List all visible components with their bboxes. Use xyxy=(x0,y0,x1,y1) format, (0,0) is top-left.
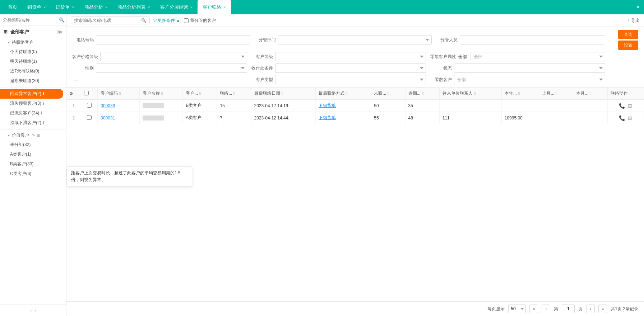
tab-product-analysis-close[interactable]: × xyxy=(105,5,107,9)
row-2-last-month xyxy=(539,112,573,124)
export-button[interactable]: ↑ 导出 xyxy=(627,18,640,24)
row-2-this-month xyxy=(573,112,607,124)
col-last-month-sort[interactable]: 上月... ⇅ xyxy=(542,90,570,96)
sidebar-item-class-c[interactable]: C类客户(6) xyxy=(0,169,66,179)
row-1-phone-icon[interactable]: 📞 xyxy=(619,103,625,109)
tab-customer-contact-close[interactable]: × xyxy=(223,5,226,9)
col-customer-code-sort[interactable]: 客户编码 ⇅ xyxy=(101,90,136,96)
col-level-sort[interactable]: 客户... ⇅ xyxy=(186,90,214,96)
row-2-method-link[interactable]: 下销货单 xyxy=(319,115,336,120)
unit-sort-icon: ⇅ xyxy=(473,91,476,95)
value-customers-arrow: ▼ xyxy=(7,134,10,137)
sidebar-item-class-b[interactable]: B类客户(33) xyxy=(0,159,66,169)
sidebar-search-input[interactable] xyxy=(3,18,57,23)
tab-customer-segment[interactable]: 客户分层经营 × xyxy=(155,0,198,14)
sidebar-item-class-a[interactable]: A类客户(1) xyxy=(0,150,66,159)
row-1-code-link[interactable]: 000039 xyxy=(101,103,115,108)
page-word-before: 第 xyxy=(554,306,558,312)
col-unit-sort[interactable]: 往来单位联系人 ⇅ xyxy=(443,90,499,96)
settings-col-icon[interactable]: ⚙ xyxy=(69,91,73,96)
window-close-button[interactable]: × xyxy=(636,4,640,10)
col-contacts-sort[interactable]: 联络... ⇅ xyxy=(220,90,248,96)
this-month-sort-icon: ⇅ xyxy=(589,91,592,95)
sidebar-group-value-customers[interactable]: ▼ 价值客户 ✎ ⊞ xyxy=(0,131,66,140)
col-uncontacted-sort[interactable]: 未联... ⇅ xyxy=(374,90,402,96)
row-1-this-month xyxy=(573,100,607,112)
query-button[interactable]: 查询 xyxy=(618,30,638,39)
sidebar-next-icon[interactable]: › xyxy=(34,308,36,313)
add-icon[interactable]: ⊞ xyxy=(37,133,40,138)
select-all-checkbox[interactable] xyxy=(84,91,89,95)
manager-more-btn[interactable]: ... xyxy=(607,37,614,42)
tab-purchase[interactable]: 进货单 × xyxy=(51,0,79,14)
filter-select-price-level[interactable] xyxy=(100,52,247,61)
row-1-checkbox[interactable] xyxy=(87,103,92,108)
filter-select-retail-customer[interactable]: 全部 xyxy=(454,75,605,84)
sidebar-all-customers[interactable]: ⊞ 全部客户 ≫ xyxy=(0,26,66,38)
first-page-btn[interactable]: « xyxy=(529,305,538,313)
sidebar-item-unclassified[interactable]: 未分组(32) xyxy=(0,140,66,150)
col-method-sort[interactable]: 最后联络方式 ⇅ xyxy=(319,90,368,96)
tab-sales-label: 销货单 xyxy=(27,4,41,10)
search-icon[interactable]: 🔍 xyxy=(141,18,147,23)
sidebar-item-lost-customers[interactable]: 已流失客户(24) ℹ xyxy=(0,108,66,118)
more-fields-btn[interactable]: ... xyxy=(72,77,79,82)
row-2-checkbox[interactable] xyxy=(87,115,92,120)
row-2-grid-icon[interactable]: ⊞ xyxy=(628,115,632,121)
customer-table: ⚙ 客户编码 ⇅ 客户名称 xyxy=(66,88,644,124)
tab-customer-segment-close[interactable]: × xyxy=(190,5,193,9)
tab-customer-contact[interactable]: 客户联络 × xyxy=(198,0,231,14)
next-page-btn[interactable]: › xyxy=(586,305,595,313)
filter-input-manager[interactable] xyxy=(460,35,605,44)
filter-select-retail-attr[interactable]: 全部 xyxy=(471,52,605,61)
tab-purchase-close[interactable]: × xyxy=(72,5,74,9)
filter-select-payment[interactable] xyxy=(275,63,426,73)
sidebar-item-declining[interactable]: 持续下滑客户(2) ℹ xyxy=(0,118,66,128)
tab-product-list[interactable]: 商品分析列表 × xyxy=(112,0,155,14)
sidebar-item-churn-warning[interactable]: 流失预警客户(3) ℹ xyxy=(0,99,66,108)
col-date-sort[interactable]: 最后联络日期 ⇅ xyxy=(254,90,312,96)
filter-select-customer-type[interactable] xyxy=(275,75,426,84)
more-filter-btn[interactable]: ▽ 更多条件 ▲ xyxy=(153,18,180,24)
sidebar-item-7days[interactable]: 近7天待联络(0) xyxy=(0,66,66,76)
col-overdue-sort[interactable]: 逾期... ⇅ xyxy=(408,90,436,96)
sidebar-item-overdue[interactable]: 逾期未联络(30) xyxy=(0,76,66,86)
tab-product-analysis[interactable]: 商品分析 × xyxy=(79,0,112,14)
tab-home[interactable]: 首页 xyxy=(3,0,22,14)
tab-sales[interactable]: 销货单 × xyxy=(22,0,51,14)
sidebar-item-tomorrow[interactable]: 明天待联络(1) xyxy=(0,57,66,66)
sidebar-item-today[interactable]: 今天待联络(0) xyxy=(0,47,66,57)
page-size-select[interactable]: 50 20 100 xyxy=(508,305,526,313)
filter-select-status[interactable] xyxy=(454,63,605,73)
col-this-year-sort[interactable]: 本年... ⇅ xyxy=(505,90,536,96)
row-2-code-link[interactable]: 000031 xyxy=(101,115,115,121)
settings-button[interactable]: 设置 xyxy=(618,41,638,50)
row-2-date: 2023-04-12 14:44: xyxy=(251,112,315,124)
prev-page-btn[interactable]: ‹ xyxy=(542,305,550,313)
edit-icon[interactable]: ✎ xyxy=(32,133,35,138)
sidebar-prev-icon[interactable]: ‹ xyxy=(30,308,32,313)
col-this-month-sort[interactable]: 本月... ⇅ xyxy=(576,90,604,96)
row-2-checkbox-cell xyxy=(81,112,98,124)
sidebar-collapse-btn[interactable]: ≫ xyxy=(57,29,62,35)
filter-select-customer-level[interactable] xyxy=(275,52,426,61)
search-input[interactable] xyxy=(74,18,141,23)
last-page-btn[interactable]: » xyxy=(598,305,607,313)
sidebar-search-icon[interactable]: 🔍 xyxy=(59,17,65,23)
filter-select-gender[interactable] xyxy=(96,63,247,73)
tab-sales-close[interactable]: × xyxy=(43,5,46,9)
row-1-grid-icon[interactable]: ⊞ xyxy=(628,103,632,109)
current-page-input[interactable] xyxy=(562,305,575,313)
col-customer-name-sort[interactable]: 客户名称 ⇅ xyxy=(143,90,180,96)
col-action: 联络动作 xyxy=(607,88,644,100)
row-1-method-link[interactable]: 下销货单 xyxy=(319,103,336,108)
row-1-action: 📞 ⊞ xyxy=(607,100,644,112)
col-this-year: 本年... ⇅ xyxy=(501,88,539,100)
row-2-phone-icon[interactable]: 📞 xyxy=(619,115,625,121)
my-customer-checkbox[interactable] xyxy=(184,18,189,23)
sidebar-group-pending[interactable]: 待联络客户 xyxy=(0,38,66,47)
tab-product-list-close[interactable]: × xyxy=(148,5,150,9)
sidebar-item-repurchase-abnormal[interactable]: 回购异常客户(2) ℹ xyxy=(0,89,63,99)
filter-select-dept[interactable] xyxy=(278,35,432,44)
filter-input-phone[interactable] xyxy=(96,35,250,44)
